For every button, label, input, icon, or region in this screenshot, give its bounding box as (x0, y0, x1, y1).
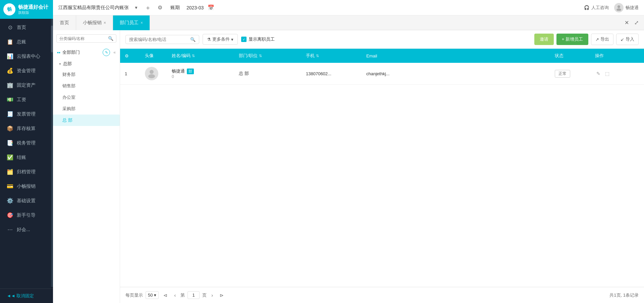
td-name-code: 畅捷通 部 0 (167, 64, 234, 83)
edit-button[interactable]: ✎ (595, 70, 602, 77)
settings-button[interactable]: ⚙ (156, 4, 164, 11)
sidebar-label-payroll: 工资 (17, 97, 26, 103)
employee-search-box[interactable]: 🔍 (125, 35, 199, 44)
tab-xiaochang[interactable]: 小畅报销 × (76, 15, 113, 30)
sidebar-item-more[interactable]: ⋯ 好会... (0, 222, 53, 237)
last-page-button[interactable]: ⊳ (218, 292, 226, 299)
add-company-button[interactable]: ＋ (144, 4, 152, 12)
tab-dept-close[interactable]: × (141, 20, 143, 25)
company-dropdown[interactable]: ▼ (133, 5, 140, 11)
tab-expand-icon[interactable]: ⤢ (633, 18, 640, 27)
per-page-label: 每页显示 (125, 292, 143, 298)
main-area: 江西服宝精品有限责任公司内账张 ▼ ＋ ⚙ 账期 2023-03 📅 🎧 人工咨… (53, 0, 644, 303)
dept-item-purchase[interactable]: 采购部 (53, 103, 120, 115)
dept-item-office[interactable]: 办公室 (53, 92, 120, 103)
th-settings[interactable]: ⚙ (120, 49, 140, 63)
dept-label-general: 总 部 (62, 118, 72, 123)
tab-close-icon[interactable]: ✕ (623, 18, 630, 27)
support-button[interactable]: 🎧 人工咨询 (584, 5, 609, 11)
archive-icon: 🗂️ (7, 169, 13, 175)
user-menu[interactable]: 畅捷通 (614, 3, 639, 12)
sidebar-item-ledger[interactable]: 📋 总账 (0, 35, 53, 49)
dept-search-input[interactable] (59, 36, 107, 41)
dept-item-sales[interactable]: 销售部 (53, 80, 120, 92)
sidebar-item-guide[interactable]: 🎯 新手引导 (0, 208, 53, 222)
dept-group-header[interactable]: ▼ 总部 (53, 59, 120, 69)
first-page-button[interactable]: ⊲ (161, 292, 169, 299)
sidebar-label-basic: 基础设置 (17, 198, 36, 204)
sidebar-item-inventory[interactable]: 📦 库存核算 (0, 121, 53, 136)
tab-bar: 首页 小畅报销 × 部门员工 × ✕ ⤢ (53, 15, 644, 30)
sidebar-label-assets: 固定资产 (17, 82, 36, 88)
dept-label-finance: 财务部 (62, 72, 75, 77)
sidebar-item-assets[interactable]: 🏢 固定资产 (0, 78, 53, 92)
tab-dept[interactable]: 部门员工 × (113, 15, 150, 30)
table-row: 1 畅捷通 部 0 (120, 63, 644, 85)
filter-button[interactable]: ⚗ 更多条件 ▾ (203, 34, 238, 45)
sidebar-label-inventory: 库存核算 (17, 126, 36, 132)
capital-icon: 💰 (7, 68, 13, 74)
employee-toolbar: 🔍 ⚗ 更多条件 ▾ ✓ 显示离职员工 邀请 + 新增员工 ↗ 导出 (120, 30, 644, 49)
td-phone: 138070602... (301, 67, 362, 80)
next-page-button[interactable]: › (209, 292, 215, 299)
show-resigned-checkbox[interactable]: ✓ (241, 37, 247, 42)
th-actions: 操作 (590, 49, 644, 63)
th-phone[interactable]: 手机 ⇅ (301, 49, 362, 63)
page-input[interactable] (187, 291, 200, 299)
sidebar-item-basic[interactable]: ⚙️ 基础设置 (0, 193, 53, 208)
dept-item-finance[interactable]: 财务部 (53, 69, 120, 80)
tab-xiaochang-close[interactable]: × (104, 20, 106, 25)
search-icon[interactable]: 🔍 (190, 37, 196, 42)
per-page-value: 50 (148, 293, 153, 298)
col-status-label: 状态 (555, 53, 564, 59)
svg-point-2 (150, 70, 154, 74)
sidebar-unpin-button[interactable]: ◄◄ 取消固定 (0, 289, 53, 303)
dept-search-icon[interactable]: 🔍 (108, 36, 113, 41)
logout-button[interactable]: ⬚ (604, 70, 611, 77)
employee-email: chanjethkj... (366, 71, 389, 76)
dept-search-box[interactable]: 🔍 (56, 34, 116, 43)
sidebar-item-archive[interactable]: 🗂️ 归档管理 (0, 165, 53, 179)
more-icon: ⋯ (7, 226, 13, 233)
sidebar-item-home[interactable]: ⊙ 首页 (0, 20, 53, 35)
sidebar-label-invoice: 发票管理 (17, 111, 36, 117)
tax-icon: 📑 (7, 140, 13, 146)
sidebar-item-tax[interactable]: 📑 税务管理 (0, 136, 53, 150)
calendar-icon[interactable]: 📅 (208, 4, 214, 11)
dept-group-head: ▼ 总部 财务部 销售部 办公室 采购部 (53, 59, 120, 126)
sidebar-item-capital[interactable]: 💰 资金管理 (0, 63, 53, 78)
tab-home[interactable]: 首页 (53, 15, 76, 30)
sidebar-item-checkout[interactable]: ✅ 结账 (0, 150, 53, 165)
dept-tree: ▼ 总部 财务部 销售部 办公室 采购部 (53, 59, 120, 126)
per-page-chevron: ▾ (154, 293, 156, 298)
show-resigned-toggle[interactable]: ✓ 显示离职员工 (241, 36, 275, 42)
svg-point-0 (618, 5, 620, 8)
header-right: 🎧 人工咨询 畅捷通 (584, 3, 639, 12)
assets-icon: 🏢 (7, 82, 13, 88)
sidebar-item-payroll[interactable]: 💵 工资 (0, 92, 53, 107)
export-button[interactable]: ↗ 导出 (591, 34, 613, 45)
table-header: ⚙ 头像 姓名/编码 ⇅ 部门/职位 ⇅ 手机 ⇅ (120, 49, 644, 63)
dept-all-button[interactable]: ▪▪ 全部部门 ✎ « (53, 46, 120, 59)
dept-collapse-button[interactable]: « (113, 50, 116, 55)
th-name-code[interactable]: 姓名/编码 ⇅ (167, 49, 234, 63)
import-button[interactable]: ↙ 导入 (616, 34, 639, 45)
employee-search-input[interactable] (129, 37, 188, 42)
sidebar-item-xiaochang[interactable]: 💳 小畅报销 (0, 179, 53, 193)
dept-item-general[interactable]: 总 部 (53, 115, 120, 126)
add-employee-button[interactable]: + 新增员工 (556, 34, 588, 45)
td-email: chanjethkj... (362, 67, 550, 80)
sort-dept-icon: ⇅ (259, 54, 262, 58)
prev-page-button[interactable]: ‹ (172, 292, 178, 299)
invite-button[interactable]: 邀请 (534, 34, 554, 45)
col-actions-label: 操作 (595, 53, 604, 59)
td-status: 正常 (550, 66, 590, 82)
sidebar-label-home: 首页 (17, 25, 26, 31)
per-page-select[interactable]: 50 ▾ (146, 291, 159, 299)
sidebar-item-reports[interactable]: 📊 云报表中心 (0, 49, 53, 63)
department-panel: 🔍 ▪▪ 全部部门 ✎ « ▼ 总部 财务部 销售部 (53, 30, 120, 303)
sidebar-item-invoice[interactable]: 🧾 发票管理 (0, 107, 53, 121)
dept-edit-button[interactable]: ✎ (103, 49, 110, 56)
period-label: 账期 (170, 5, 180, 11)
th-dept-position[interactable]: 部门/职位 ⇅ (234, 49, 301, 63)
